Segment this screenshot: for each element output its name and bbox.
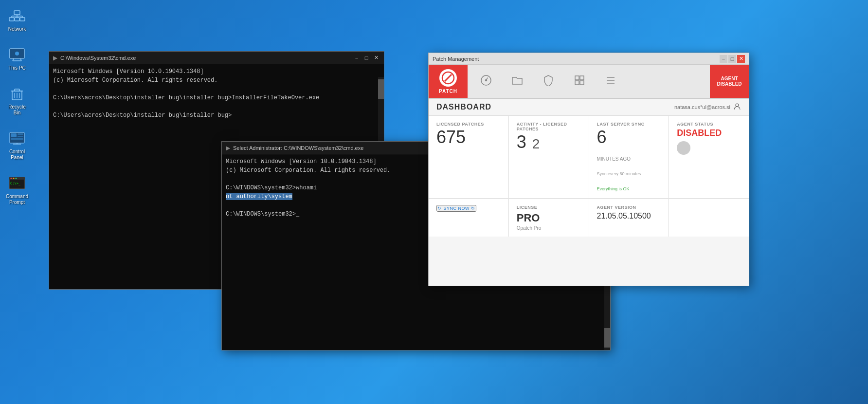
network-icon: [8, 7, 26, 24]
svg-rect-2: [15, 18, 19, 21]
svg-line-34: [445, 74, 452, 81]
patch-content-area: DASHBOARD natasa.cus*ul@acros.si LICENSE…: [429, 99, 749, 286]
svg-rect-21: [11, 133, 17, 137]
cmd1-maximize-button[interactable]: □: [362, 55, 370, 61]
cmd1-line-5: [53, 102, 380, 111]
patch-nav-grid[interactable]: [566, 68, 593, 95]
cmd1-icon: ▶: [53, 55, 57, 61]
svg-text:C:\>_: C:\>_: [10, 182, 21, 185]
agent-status-label: AGENT STATUS: [677, 122, 741, 127]
svg-rect-16: [15, 89, 19, 91]
cmd1-title-text: C:\Windows\System32\cmd.exe: [60, 55, 136, 61]
cmd2-scrollbar-thumb: [604, 328, 610, 348]
recycle-bin-label: Recycle Bin: [4, 104, 30, 116]
network-label: Network: [8, 26, 26, 32]
svg-point-29: [11, 178, 12, 179]
cmd2-title-area: ▶ Select Administrator: C:\WINDOWS\syste…: [226, 145, 363, 151]
patch-window-controls: − □ ✕: [720, 55, 745, 63]
recycle-bin-icon-desktop[interactable]: Recycle Bin: [2, 83, 32, 118]
cmd1-line-1: Microsoft Windows [Version 10.0.19043.13…: [53, 67, 380, 76]
license-value: PRO: [517, 212, 581, 224]
this-pc-label: This PC: [8, 65, 26, 71]
svg-rect-1: [9, 18, 14, 21]
patch-logo-button[interactable]: PATCH: [429, 65, 468, 98]
svg-rect-38: [575, 81, 579, 85]
patch-toolbar: PATCH: [429, 65, 749, 99]
patch-nav-speed[interactable]: [472, 68, 500, 95]
license-sub: Opatch Pro: [517, 225, 581, 231]
patch-minimize-button[interactable]: −: [720, 55, 727, 63]
patch-nav-shield[interactable]: [535, 68, 562, 95]
svg-rect-39: [580, 81, 584, 85]
control-panel-label: Control Panel: [4, 149, 30, 161]
svg-rect-24: [11, 138, 23, 140]
cmd1-minimize-button[interactable]: −: [353, 55, 361, 61]
patch-dashboard-window: Patch Management − □ ✕ PATCH: [428, 53, 749, 286]
patch-agent-disabled-label: AGENT DISABLED: [717, 76, 741, 87]
stat-card-agent-status: AGENT STATUS DISABLED: [669, 116, 749, 198]
lower-card-sync: ↻ SYNC NOW ↻: [429, 199, 508, 237]
cmd1-titlebar: ▶ C:\Windows\System32\cmd.exe − □ ✕: [49, 52, 384, 64]
activity-label: ACTIVITY - LICENSED PATCHES: [517, 122, 581, 131]
patch-nav-files[interactable]: [504, 68, 531, 95]
cmd1-scrollbar-thumb: [378, 79, 384, 99]
speedometer-icon: [480, 74, 492, 89]
patch-dashboard-title: DASHBOARD: [436, 103, 491, 111]
last-sync-sub: MINUTES AGO Sync every 60 minutes Everyt…: [597, 148, 661, 192]
svg-point-30: [13, 178, 15, 179]
lower-card-license: LICENSE PRO Opatch Pro: [509, 199, 589, 237]
cmd1-controls: − □ ✕: [353, 55, 380, 61]
this-pc-icon-desktop[interactable]: This PC: [2, 44, 32, 73]
recycle-bin-icon: [8, 85, 26, 102]
last-sync-value: 6: [597, 129, 661, 146]
command-prompt-icon-desktop[interactable]: C:\>_ Command Prompt: [2, 172, 32, 207]
cmd1-close-button[interactable]: ✕: [372, 55, 380, 61]
svg-point-35: [486, 79, 487, 81]
stat-card-licensed-patches: LICENSED PATCHES 675: [429, 116, 508, 198]
control-panel-icon-desktop[interactable]: Control Panel: [2, 128, 32, 163]
svg-rect-0: [14, 11, 20, 15]
patch-nav-items: [468, 65, 710, 98]
control-panel-icon: [8, 129, 26, 147]
sync-refresh-icon: ↻: [437, 206, 442, 211]
sync-now-button[interactable]: ↻ SYNC NOW ↻: [436, 205, 476, 212]
command-prompt-label: Command Prompt: [4, 194, 30, 205]
patch-close-button[interactable]: ✕: [737, 55, 745, 63]
patch-logo-label: PATCH: [439, 89, 457, 94]
folder-icon: [511, 74, 523, 89]
patch-titlebar: Patch Management − □ ✕: [429, 53, 749, 65]
lower-card-empty: [669, 199, 749, 237]
patch-header-bar: DASHBOARD natasa.cus*ul@acros.si: [429, 99, 749, 116]
license-label: LICENSE: [517, 205, 581, 210]
cmd2-title-text: Select Administrator: C:\WINDOWS\system3…: [233, 145, 363, 151]
cmd1-line-6: C:\Users\acros\Desktop\installer bug\ins…: [53, 111, 380, 120]
svg-rect-22: [18, 133, 23, 135]
patch-agent-disabled-button[interactable]: AGENT DISABLED: [710, 65, 749, 98]
cmd1-line-2: (c) Microsoft Corporation. All rights re…: [53, 76, 380, 85]
grid-icon: [574, 74, 585, 89]
cmd1-title-area: ▶ C:\Windows\System32\cmd.exe: [53, 55, 136, 61]
cmd-icon: C:\>_: [8, 174, 26, 192]
patch-user-info: natasa.cus*ul@acros.si: [674, 103, 741, 111]
patch-maximize-button[interactable]: □: [728, 55, 736, 63]
cmd1-line-4: C:\Users\acros\Desktop\installer bug\ins…: [53, 93, 380, 102]
last-sync-label: LAST SERVER SYNC: [597, 122, 661, 127]
svg-rect-23: [18, 136, 23, 137]
agent-version-label: AGENT VERSION: [597, 205, 661, 210]
list-icon: [605, 74, 616, 89]
stat-card-activity: ACTIVITY - LICENSED PATCHES 3 2: [509, 116, 589, 198]
patch-logo-icon: [439, 69, 457, 87]
lower-card-agent-version: AGENT VERSION 21.05.05.10500: [589, 199, 669, 237]
cmd1-line-3: [53, 85, 380, 93]
cmd2-icon: ▶: [226, 145, 230, 151]
network-icon-desktop[interactable]: Network: [2, 5, 32, 34]
lower-stats-grid: ↻ SYNC NOW ↻ LICENSE PRO Opatch Pro AGEN…: [429, 199, 749, 237]
patch-nav-list[interactable]: [597, 68, 624, 95]
svg-point-43: [736, 104, 739, 107]
svg-rect-3: [20, 18, 25, 21]
svg-rect-36: [575, 76, 579, 80]
svg-point-13: [15, 52, 19, 55]
stats-grid: LICENSED PATCHES 675 ACTIVITY - LICENSED…: [429, 116, 749, 199]
desktop-icons-container: Network This PC Recycl: [0, 0, 34, 212]
patch-window-title: Patch Management: [433, 56, 479, 62]
